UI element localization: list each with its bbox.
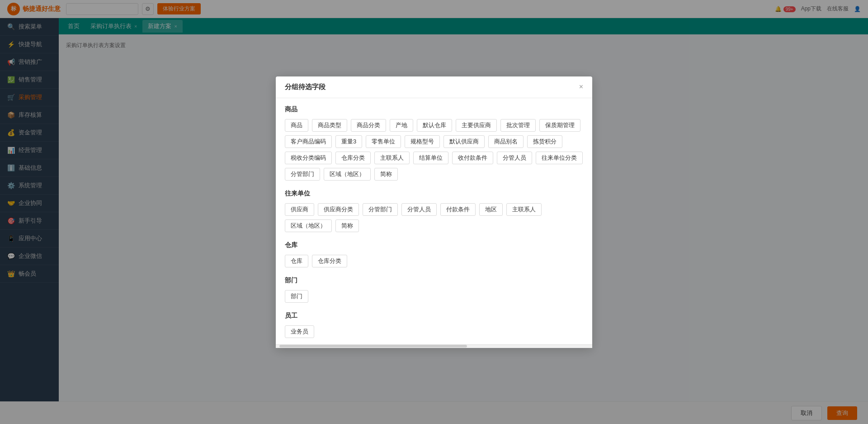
field-tag-warehouse[interactable]: 仓库 (285, 255, 308, 267)
employee-field-tags: 业务员 (285, 325, 583, 338)
modal-dialog: 分组待选字段 × 商品 商品 商品类型 商品分类 产地 默认仓库 主要供应商 批… (276, 76, 592, 348)
field-tag-supplier-category[interactable]: 供应商分类 (318, 203, 359, 216)
field-tag-goods-category[interactable]: 商品分类 (351, 119, 386, 132)
modal-horizontal-scrollbar[interactable] (276, 344, 592, 348)
field-tag-batch-mgmt[interactable]: 批次管理 (500, 119, 536, 132)
goods-field-tags: 商品 商品类型 商品分类 产地 默认仓库 主要供应商 批次管理 保质期管理 客户… (285, 119, 583, 181)
field-tag-person-mgmt[interactable]: 分管人员 (401, 203, 437, 216)
section-employee-title: 员工 (285, 312, 583, 320)
modal-title: 分组待选字段 (285, 83, 326, 91)
field-tag-area[interactable]: 地区 (479, 203, 503, 216)
field-tag-goods-type[interactable]: 商品类型 (312, 119, 347, 132)
section-goods: 商品 商品 商品类型 商品分类 产地 默认仓库 主要供应商 批次管理 保质期管理… (285, 105, 583, 181)
field-tag-short-name[interactable]: 简称 (374, 168, 398, 181)
field-tag-goods[interactable]: 商品 (285, 119, 308, 132)
section-partner-title: 往来单位 (285, 190, 583, 198)
field-tag-warehouse-cat[interactable]: 仓库分类 (312, 255, 347, 267)
section-employee: 员工 业务员 (285, 312, 583, 338)
field-tag-supplier[interactable]: 供应商 (285, 203, 314, 216)
field-tag-tax-code[interactable]: 税收分类编码 (285, 152, 332, 164)
warehouse-field-tags: 仓库 仓库分类 (285, 255, 583, 267)
field-tag-region[interactable]: 区域（地区） (324, 168, 371, 181)
field-tag-region2[interactable]: 区域（地区） (285, 219, 332, 232)
field-tag-payment-terms[interactable]: 收付款条件 (452, 152, 493, 164)
field-tag-weight3[interactable]: 重量3 (335, 135, 362, 148)
field-tag-shelf-life[interactable]: 保质期管理 (539, 119, 580, 132)
modal-overlay: 分组待选字段 × 商品 商品 商品类型 商品分类 产地 默认仓库 主要供应商 批… (0, 0, 868, 424)
section-partner: 往来单位 供应商 供应商分类 分管部门 分管人员 付款条件 地区 主联系人 区域… (285, 190, 583, 232)
modal-body: 商品 商品 商品类型 商品分类 产地 默认仓库 主要供应商 批次管理 保质期管理… (276, 98, 592, 344)
department-field-tags: 部门 (285, 290, 583, 303)
field-tag-salesperson[interactable]: 业务员 (285, 325, 314, 338)
field-tag-warehouse-category[interactable]: 仓库分类 (335, 152, 371, 164)
partner-field-tags: 供应商 供应商分类 分管部门 分管人员 付款条件 地区 主联系人 区域（地区） … (285, 203, 583, 232)
modal-close-button[interactable]: × (579, 83, 583, 91)
hscroll-thumb (279, 345, 467, 348)
field-tag-short-name2[interactable]: 简称 (335, 219, 359, 232)
field-tag-payment-cond[interactable]: 付款条件 (440, 203, 476, 216)
field-tag-settlement-unit[interactable]: 结算单位 (413, 152, 448, 164)
section-warehouse: 仓库 仓库 仓库分类 (285, 241, 583, 267)
field-tag-customer-code[interactable]: 客户商品编码 (285, 135, 332, 148)
field-tag-main-supplier[interactable]: 主要供应商 (456, 119, 497, 132)
field-tag-spec-model[interactable]: 规格型号 (405, 135, 440, 148)
modal-header: 分组待选字段 × (276, 76, 592, 98)
field-tag-manager[interactable]: 分管人员 (497, 152, 532, 164)
field-tag-partner-category[interactable]: 往来单位分类 (536, 152, 583, 164)
section-department-title: 部门 (285, 276, 583, 285)
field-tag-main-contact2[interactable]: 主联系人 (506, 203, 542, 216)
section-warehouse-title: 仓库 (285, 241, 583, 249)
field-tag-default-warehouse[interactable]: 默认仓库 (417, 119, 452, 132)
field-tag-origin[interactable]: 产地 (390, 119, 413, 132)
section-department: 部门 部门 (285, 276, 583, 303)
field-tag-retail-unit[interactable]: 零售单位 (366, 135, 401, 148)
field-tag-pick-score[interactable]: 拣货积分 (527, 135, 562, 148)
field-tag-main-contact[interactable]: 主联系人 (374, 152, 410, 164)
field-tag-dept-mgmt[interactable]: 分管部门 (363, 203, 398, 216)
field-tag-goods-alias[interactable]: 商品别名 (488, 135, 524, 148)
field-tag-dept[interactable]: 部门 (285, 290, 308, 303)
section-goods-title: 商品 (285, 105, 583, 114)
field-tag-managing-dept[interactable]: 分管部门 (285, 168, 320, 181)
field-tag-default-supplier[interactable]: 默认供应商 (443, 135, 485, 148)
